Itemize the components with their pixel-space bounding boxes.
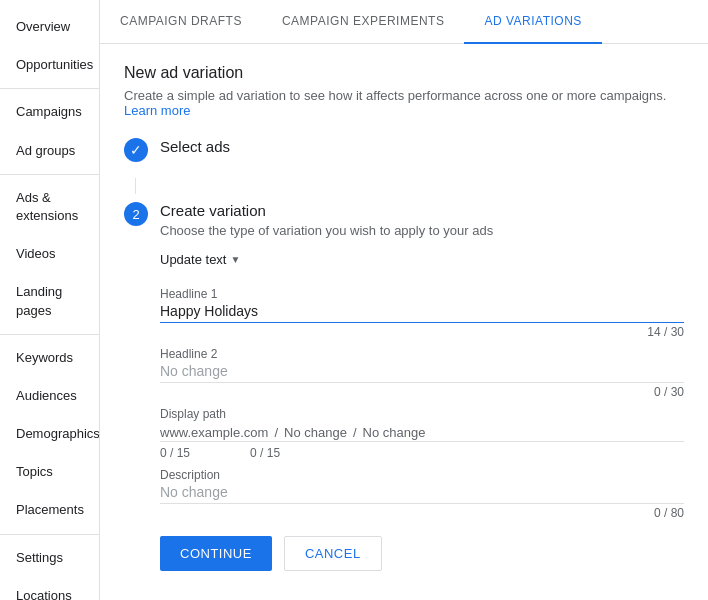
step-1-title: Select ads	[160, 138, 684, 155]
tabs-bar: Campaign Drafts Campaign Experiments Ad …	[100, 0, 708, 44]
step-2-icon: 2	[124, 202, 148, 226]
description-counter: 0 / 80	[160, 506, 684, 520]
sidebar-item-demographics[interactable]: Demographics	[0, 415, 99, 453]
headline1-value[interactable]: Happy Holidays	[160, 303, 684, 321]
sidebar-item-locations[interactable]: Locations	[0, 577, 99, 600]
step-1-content: Select ads	[160, 138, 684, 159]
display-path-counter2: 0 / 15	[250, 446, 280, 460]
step-2: 2 Create variation Choose the type of va…	[124, 202, 684, 571]
headline1-counter: 14 / 30	[160, 325, 684, 339]
display-path-base: www.example.com	[160, 425, 268, 440]
display-path-group: Display path www.example.com / No change…	[160, 407, 684, 460]
display-path-underline	[160, 441, 684, 442]
headline2-value[interactable]: No change	[160, 363, 684, 381]
step-2-title: Create variation	[160, 202, 684, 219]
step-1: ✓ Select ads	[124, 138, 684, 162]
sidebar-item-topics[interactable]: Topics	[0, 453, 99, 491]
step-connector	[135, 178, 136, 194]
step-1-icon: ✓	[124, 138, 148, 162]
description-label: Description	[160, 468, 684, 482]
display-path-counter1: 0 / 15	[160, 446, 190, 460]
display-path-counters: 0 / 15 0 / 15	[160, 444, 684, 460]
continue-button[interactable]: CONTINUE	[160, 536, 272, 571]
headline2-counter: 0 / 30	[160, 385, 684, 399]
headline2-label: Headline 2	[160, 347, 684, 361]
checkmark-icon: ✓	[130, 142, 142, 158]
path-separator-1: /	[274, 425, 278, 440]
display-path-2[interactable]: No change	[363, 425, 426, 440]
step-2-subtitle: Choose the type of variation you wish to…	[160, 223, 684, 238]
page-description: Create a simple ad variation to see how …	[124, 88, 684, 118]
path-separator-2: /	[353, 425, 357, 440]
cancel-button[interactable]: CANCEL	[284, 536, 382, 571]
learn-more-link[interactable]: Learn more	[124, 103, 190, 118]
headline1-group: Headline 1 Happy Holidays 14 / 30	[160, 287, 684, 339]
sidebar-item-videos[interactable]: Videos	[0, 235, 99, 273]
dropdown-label: Update text	[160, 252, 227, 267]
description-value[interactable]: No change	[160, 484, 684, 502]
variation-type-dropdown[interactable]: Update text ▼	[160, 248, 240, 271]
sidebar-item-keywords[interactable]: Keywords	[0, 339, 99, 377]
chevron-down-icon: ▼	[231, 254, 241, 265]
content-area: New ad variation Create a simple ad vari…	[100, 44, 708, 600]
description-group: Description No change 0 / 80	[160, 468, 684, 520]
action-buttons: CONTINUE CANCEL	[160, 536, 684, 571]
sidebar-item-opportunities[interactable]: Opportunities	[0, 46, 99, 84]
display-path-1[interactable]: No change	[284, 425, 347, 440]
sidebar: Overview Opportunities Campaigns Ad grou…	[0, 0, 100, 600]
headline1-underline	[160, 322, 684, 323]
sidebar-divider-2	[0, 174, 99, 175]
description-underline	[160, 503, 684, 504]
headline1-label: Headline 1	[160, 287, 684, 301]
step-2-content: Create variation Choose the type of vari…	[160, 202, 684, 571]
sidebar-item-landing-pages[interactable]: Landing pages	[0, 273, 99, 329]
sidebar-item-ads-extensions[interactable]: Ads & extensions	[0, 179, 99, 235]
sidebar-divider-1	[0, 88, 99, 89]
sidebar-item-settings[interactable]: Settings	[0, 539, 99, 577]
sidebar-item-placements[interactable]: Placements	[0, 491, 99, 529]
sidebar-item-audiences[interactable]: Audiences	[0, 377, 99, 415]
display-path-row: www.example.com / No change / No change	[160, 425, 684, 440]
sidebar-item-campaigns[interactable]: Campaigns	[0, 93, 99, 131]
tab-campaign-drafts[interactable]: Campaign Drafts	[100, 0, 262, 44]
main-panel: Campaign Drafts Campaign Experiments Ad …	[100, 0, 708, 600]
display-path-label: Display path	[160, 407, 684, 421]
tab-ad-variations[interactable]: Ad Variations	[464, 0, 601, 44]
headline2-group: Headline 2 No change 0 / 30	[160, 347, 684, 399]
headline2-underline	[160, 382, 684, 383]
sidebar-divider-3	[0, 334, 99, 335]
tab-campaign-experiments[interactable]: Campaign Experiments	[262, 0, 464, 44]
sidebar-item-overview[interactable]: Overview	[0, 8, 99, 46]
sidebar-divider-4	[0, 534, 99, 535]
page-title: New ad variation	[124, 64, 684, 82]
sidebar-item-adgroups[interactable]: Ad groups	[0, 132, 99, 170]
step-2-number: 2	[132, 207, 139, 222]
